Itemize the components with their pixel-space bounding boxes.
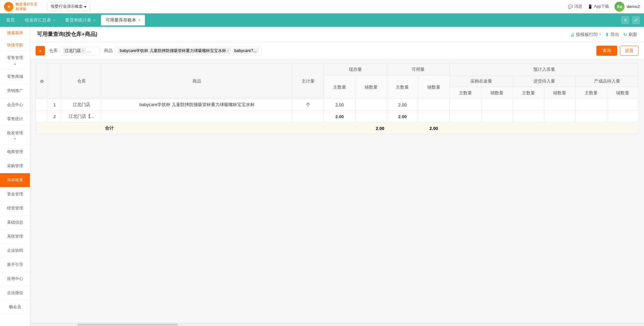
warehouse-ellipsis[interactable]: ...: [87, 48, 92, 54]
sidebar-item-retail-stats[interactable]: 零售统计: [0, 112, 30, 126]
sidebar-item-enterprise-collab[interactable]: 企业协同: [0, 244, 30, 258]
warehouse-tag-container[interactable]: 江北门店 × ...: [60, 46, 100, 55]
sidebar-item-app-center[interactable]: 应用中心: [0, 272, 30, 286]
refresh-icon: ↻: [623, 32, 627, 37]
sidebar-item-inventory[interactable]: 库存核算: [0, 173, 30, 187]
filter-action-buttons: 查询 设置: [596, 46, 639, 56]
avatar: Ea: [614, 2, 625, 12]
tab-home[interactable]: 首页: [1, 15, 19, 26]
row2-arrival-main: [513, 111, 544, 123]
arrival-sub-qty-header: 辅数量: [544, 87, 576, 99]
download-icon: 📱: [588, 4, 593, 9]
refresh-button[interactable]: ↻ 刷新: [623, 32, 637, 38]
row2-product: [102, 111, 292, 123]
stock-sub-qty-header: 辅数量: [355, 76, 387, 99]
sidebar-item-marketing[interactable]: 营销推广: [0, 84, 30, 98]
logo-icon: ✦: [4, 2, 13, 11]
table-container: ⚙ 仓库 商品 主计量 现存量 可用量 预计入库量 主数量 辅数量 主数量: [30, 59, 644, 323]
row1-purchase-main: [450, 99, 481, 111]
product-label: 商品: [104, 48, 113, 54]
row1-arrival-sub: [544, 99, 576, 111]
message-button[interactable]: 💬 消息: [568, 4, 582, 9]
row1-unit: 个: [292, 99, 324, 111]
sidebar-item-enterprise-wechat[interactable]: 企业微信: [0, 286, 30, 300]
stock-main-qty-header: 主数量: [324, 76, 355, 99]
row2-stock-sub: [355, 111, 387, 123]
warehouse-tag-close[interactable]: ×: [82, 49, 84, 53]
tab-close-all-button[interactable]: ×: [621, 16, 629, 24]
total-avail-main: 2.00: [420, 126, 447, 131]
available-group-header: 可用量: [387, 64, 450, 76]
warehouse-filter: 仓库 江北门店 × ...: [49, 46, 100, 55]
row2-unit: [292, 111, 324, 123]
sidebar-quick-nav[interactable]: 快捷导航: [0, 40, 30, 51]
export-button[interactable]: ⬆ 导出: [605, 32, 619, 38]
row1-production-sub: [607, 99, 639, 111]
sidebar-item-finance[interactable]: 资金管理: [0, 187, 30, 201]
row2-avail-sub: [418, 111, 450, 123]
sidebar-item-basic-info[interactable]: 基础信息: [0, 216, 30, 230]
user-profile[interactable]: Ea demo2: [614, 2, 640, 12]
arrival-main-qty-header: 主数量: [513, 87, 544, 99]
row2-purchase-sub: [481, 111, 513, 123]
print-template-button[interactable]: 🖨 按模板打印 ▾: [570, 32, 601, 38]
row1-warehouse: 江北门店: [61, 99, 102, 111]
row1-num: 1: [48, 99, 61, 111]
sidebar-item-retail-mgmt[interactable]: 零售管理 ▲: [0, 51, 30, 70]
tab-receipts-close[interactable]: ×: [53, 18, 55, 22]
row2-production-sub: [607, 111, 639, 123]
total-row: 合计 2.00 2.00: [36, 123, 639, 134]
row1-stock-main: 2.00: [324, 99, 355, 111]
sidebar-item-operations[interactable]: 经营管理: [0, 201, 30, 216]
sidebar-item-purchase[interactable]: 采购管理: [0, 159, 30, 173]
warehouse-label: 仓库: [49, 48, 58, 54]
row1-stock-sub: [355, 99, 387, 111]
planned-group-header: 预计入库量: [450, 64, 639, 76]
main-unit-col-header: 主计量: [292, 64, 324, 99]
warehouse-col-header: 仓库: [61, 64, 102, 99]
top-bar: ✦ 畅捷通好生意 标准版 母婴行业演示账套 ▾ 💬 消息 📱 App下载 Ea …: [0, 0, 644, 13]
chat-icon: 💬: [568, 4, 573, 9]
row2-production-main: [576, 111, 607, 123]
purchase-main-qty-header: 主数量: [450, 87, 481, 99]
row2-num: 2: [48, 111, 61, 123]
production-main-qty-header: 主数量: [576, 87, 607, 99]
sidebar-item-new-guide[interactable]: 新手引导: [0, 258, 30, 272]
total-stock-main: 2.00: [367, 126, 393, 131]
row1-product: babycare学饮杯 儿童防摔防撞吸管杯重力球吸嘴杯宝宝水杯: [102, 99, 292, 111]
page-actions: 🖨 按模板打印 ▾ ⬆ 导出 ↻ 刷新: [570, 32, 637, 38]
row1-arrival-main: [513, 99, 544, 111]
page-title: 可用量查询(按仓库+商品): [37, 31, 97, 38]
product-tag-2: babycare?...: [232, 48, 259, 53]
scrollbar-thumb[interactable]: [77, 324, 178, 326]
sidebar-item-retail-mall[interactable]: 零售商城: [0, 70, 30, 84]
sidebar-item-wholesale[interactable]: 批发管理 ▼: [0, 126, 30, 145]
tab-available-stock-close[interactable]: ×: [138, 18, 140, 22]
query-button[interactable]: 查询: [596, 46, 617, 56]
product-tag-1-close[interactable]: ×: [227, 49, 229, 53]
tab-order-stats[interactable]: 要货单统计表 ×: [60, 15, 100, 26]
sidebar-item-vip[interactable]: 畅会员: [0, 300, 30, 314]
sidebar-search[interactable]: 搜索菜单: [0, 27, 30, 40]
row2-warehouse: 江北门店【...: [61, 111, 102, 123]
tab-restore-button[interactable]: ⤢: [632, 16, 640, 24]
row2-settings: [36, 111, 48, 123]
tab-receipts[interactable]: 收发存汇总表 ×: [20, 15, 60, 26]
settings-button[interactable]: 设置: [620, 46, 639, 56]
arrival-pending-header: 进货待入量: [513, 76, 576, 87]
tab-available-stock[interactable]: 可用量库存账本 ×: [101, 15, 145, 26]
sidebar-item-ecom[interactable]: 电商管理: [0, 145, 30, 159]
filter-expand-button[interactable]: »: [36, 46, 45, 55]
settings-col-header[interactable]: ⚙: [36, 64, 48, 99]
tab-order-stats-close[interactable]: ×: [93, 18, 95, 22]
num-col-header: [48, 64, 61, 99]
sidebar-item-member[interactable]: 会员中心: [0, 98, 30, 112]
sidebar-item-sys-mgmt[interactable]: 系统管理: [0, 230, 30, 244]
app-download-button[interactable]: 📱 App下载: [588, 4, 609, 9]
horizontal-scrollbar[interactable]: [30, 323, 644, 326]
stock-group-header: 现存量: [324, 64, 387, 76]
industry-selector[interactable]: 母婴行业演示账套 ▾: [47, 2, 90, 11]
row2-arrival-sub: [544, 111, 576, 123]
product-tag-container[interactable]: babycare学饮杯 儿童防摔防撞吸管杯重力球吸嘴杯宝宝水杯 × babyca…: [115, 46, 262, 55]
total-label: 合计: [105, 125, 367, 131]
